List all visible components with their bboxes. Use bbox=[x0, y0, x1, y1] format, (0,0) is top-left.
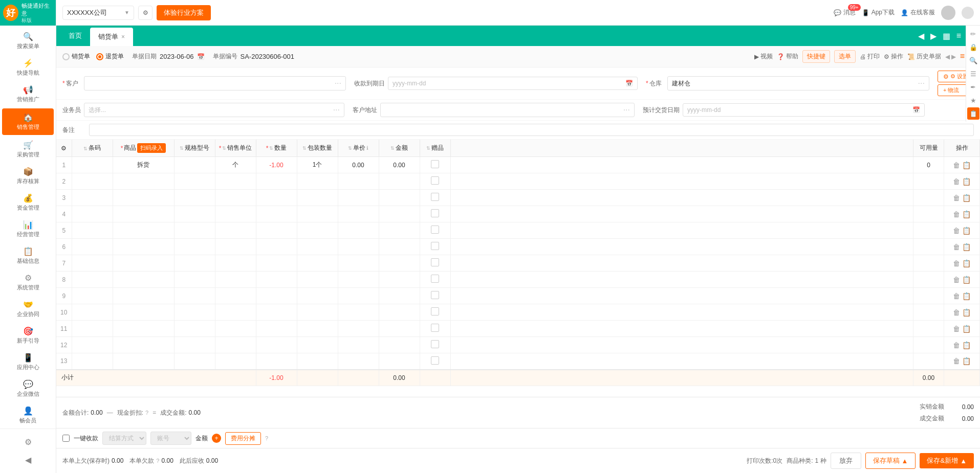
row-gift[interactable] bbox=[420, 173, 450, 190]
side-lock-btn[interactable]: 🔒 bbox=[967, 41, 979, 53]
calc-method-select[interactable]: 结算方式 bbox=[102, 432, 146, 445]
row-unit-price[interactable] bbox=[338, 222, 379, 239]
gift-checkbox[interactable] bbox=[431, 193, 439, 201]
row-amount[interactable] bbox=[379, 173, 420, 190]
row-pack-qty[interactable] bbox=[297, 222, 338, 239]
row-spec[interactable] bbox=[174, 157, 215, 173]
sidebar-item-quick-nav[interactable]: ⚡ 快捷导航 bbox=[0, 54, 56, 81]
delete-icon[interactable]: 🗑 bbox=[953, 357, 960, 365]
row-pack-qty[interactable] bbox=[297, 337, 338, 353]
row-gift[interactable] bbox=[420, 288, 450, 304]
sidebar-collapse-btn[interactable]: ◀ bbox=[0, 451, 56, 469]
row-gift[interactable] bbox=[420, 239, 450, 255]
tab-grid-btn[interactable]: ▦ bbox=[941, 30, 952, 42]
row-product[interactable] bbox=[113, 206, 174, 222]
row-unit[interactable] bbox=[215, 222, 256, 239]
row-product[interactable] bbox=[113, 190, 174, 206]
copy-icon[interactable]: 📋 bbox=[962, 243, 971, 251]
copy-icon[interactable]: 📋 bbox=[962, 325, 971, 333]
gift-checkbox[interactable] bbox=[431, 356, 439, 365]
action-select[interactable]: 选单 bbox=[834, 50, 856, 63]
row-amount[interactable] bbox=[379, 222, 420, 239]
delete-icon[interactable]: 🗑 bbox=[953, 292, 960, 300]
gift-checkbox[interactable] bbox=[431, 160, 439, 168]
row-amount[interactable]: 0.00 bbox=[379, 157, 420, 173]
row-barcode[interactable] bbox=[72, 239, 113, 255]
delete-icon[interactable]: 🗑 bbox=[953, 341, 960, 349]
row-unit-price[interactable] bbox=[338, 288, 379, 304]
row-amount[interactable] bbox=[379, 239, 420, 255]
row-pack-qty[interactable]: 1个 bbox=[297, 157, 338, 173]
gift-checkbox[interactable] bbox=[431, 275, 439, 283]
row-gift[interactable] bbox=[420, 157, 450, 173]
row-unit[interactable] bbox=[215, 239, 256, 255]
row-spec[interactable] bbox=[174, 321, 215, 337]
sidebar-item-system[interactable]: ⚙ 系统管理 bbox=[0, 269, 56, 296]
row-unit-price[interactable] bbox=[338, 255, 379, 272]
side-search-btn[interactable]: 🔍 bbox=[967, 54, 979, 66]
row-spec[interactable] bbox=[174, 206, 215, 222]
action-help[interactable]: ❓ 帮助 bbox=[777, 52, 798, 61]
gift-checkbox[interactable] bbox=[431, 226, 439, 234]
one-click-payment-checkbox[interactable] bbox=[62, 435, 70, 442]
side-list-btn[interactable]: ☰ bbox=[967, 67, 979, 80]
tab-close-btn[interactable]: × bbox=[121, 33, 125, 40]
copy-icon[interactable]: 📋 bbox=[962, 276, 971, 284]
row-barcode[interactable] bbox=[72, 255, 113, 272]
row-pack-qty[interactable] bbox=[297, 353, 338, 370]
expense-split-btn[interactable]: 费用分摊 bbox=[225, 432, 261, 445]
row-gift[interactable] bbox=[420, 255, 450, 272]
row-unit[interactable] bbox=[215, 255, 256, 272]
delete-icon[interactable]: 🗑 bbox=[953, 210, 960, 218]
row-barcode[interactable] bbox=[72, 222, 113, 239]
due-date-input[interactable]: yyyy-mm-dd 📅 bbox=[388, 77, 638, 90]
row-quantity[interactable] bbox=[256, 288, 297, 304]
gift-checkbox[interactable] bbox=[431, 324, 439, 332]
online-support-btn[interactable]: 👤 在线客服 bbox=[901, 8, 935, 17]
sidebar-item-apps[interactable]: 📱 应用中心 bbox=[0, 349, 56, 375]
row-barcode[interactable] bbox=[72, 353, 113, 370]
row-unit-price[interactable] bbox=[338, 304, 379, 321]
row-unit-price[interactable] bbox=[338, 173, 379, 190]
row-amount[interactable] bbox=[379, 337, 420, 353]
row-product[interactable] bbox=[113, 255, 174, 272]
row-amount[interactable] bbox=[379, 272, 420, 288]
delete-icon[interactable]: 🗑 bbox=[953, 259, 960, 267]
app-download-btn[interactable]: 📱 App下载 bbox=[862, 8, 895, 17]
row-barcode[interactable] bbox=[72, 173, 113, 190]
company-settings-btn[interactable]: ⚙ bbox=[138, 6, 153, 20]
calendar-icon[interactable]: 📅 bbox=[197, 53, 205, 60]
expected-date-input[interactable]: yyyy-mm-dd 📅 bbox=[683, 103, 925, 117]
copy-icon[interactable]: 📋 bbox=[962, 292, 971, 300]
row-unit-price[interactable] bbox=[338, 239, 379, 255]
gift-checkbox[interactable] bbox=[431, 258, 439, 266]
row-pack-qty[interactable] bbox=[297, 288, 338, 304]
row-product[interactable]: 拆货 bbox=[113, 157, 174, 173]
row-pack-qty[interactable] bbox=[297, 272, 338, 288]
add-payment-btn[interactable]: + bbox=[212, 434, 221, 443]
action-video[interactable]: ▶ 视频 bbox=[754, 52, 773, 61]
row-unit[interactable] bbox=[215, 321, 256, 337]
row-amount[interactable] bbox=[379, 288, 420, 304]
tab-prev-btn[interactable]: ◀ bbox=[916, 30, 926, 42]
salesperson-input[interactable]: 选择... ··· bbox=[84, 103, 344, 117]
tab-next-btn[interactable]: ▶ bbox=[928, 30, 939, 42]
row-unit[interactable]: 个 bbox=[215, 157, 256, 173]
row-unit-price[interactable] bbox=[338, 272, 379, 288]
gift-checkbox[interactable] bbox=[431, 209, 439, 217]
row-product[interactable] bbox=[113, 272, 174, 288]
row-unit[interactable] bbox=[215, 190, 256, 206]
row-unit-price[interactable] bbox=[338, 206, 379, 222]
row-unit-price[interactable] bbox=[338, 353, 379, 370]
sidebar-settings-btn[interactable]: ⚙ bbox=[0, 433, 56, 451]
delete-icon[interactable]: 🗑 bbox=[953, 308, 960, 317]
row-unit-price[interactable]: 0.00 bbox=[338, 157, 379, 173]
row-spec[interactable] bbox=[174, 288, 215, 304]
copy-icon[interactable]: 📋 bbox=[962, 259, 971, 267]
row-quantity[interactable] bbox=[256, 304, 297, 321]
gift-checkbox[interactable] bbox=[431, 340, 439, 348]
row-barcode[interactable] bbox=[72, 321, 113, 337]
row-amount[interactable] bbox=[379, 304, 420, 321]
row-pack-qty[interactable] bbox=[297, 173, 338, 190]
row-pack-qty[interactable] bbox=[297, 190, 338, 206]
